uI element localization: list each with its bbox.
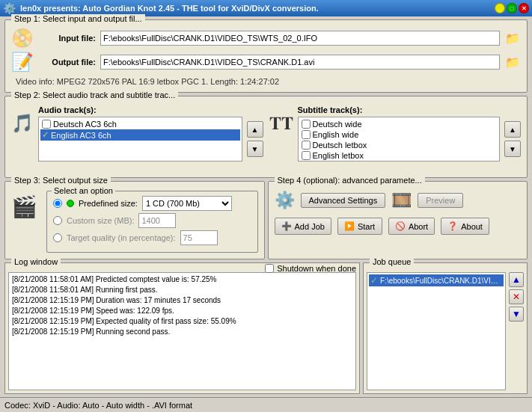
job-down-button[interactable]: ▼ xyxy=(509,307,524,322)
subtitle-label: Subtitle track(s): xyxy=(298,105,501,114)
subtitle-checkbox-2[interactable] xyxy=(302,130,311,139)
abort-label: Abort xyxy=(409,222,428,231)
audio-track-name-2: English AC3 6ch xyxy=(51,131,111,140)
minimize-button[interactable]: _ xyxy=(495,3,505,13)
log-window: Log window Shutdown when done [8/21/2008… xyxy=(4,262,360,394)
step4-title: Step 4 (optional): advanced paramete... xyxy=(275,176,425,185)
job-list[interactable]: ✓F:\ebooks\FullDisc\CRANK.D1\VIDEO_TS\CR… xyxy=(367,272,506,390)
list-item[interactable]: Deutsch wide xyxy=(300,119,498,129)
action-buttons: ➕ Add Job ▶️ Start 🚫 Abort ❓ About xyxy=(275,218,522,235)
about-label: About xyxy=(461,222,483,231)
start-button[interactable]: ▶️ Start xyxy=(337,218,382,235)
audio-up-button[interactable]: ▲ xyxy=(247,121,263,138)
folder-icon-2: 📁 xyxy=(505,55,520,70)
target-radio[interactable] xyxy=(53,233,62,242)
step2-group: Step 2: Select audio track and subtitle … xyxy=(4,96,528,178)
input-file-field[interactable] xyxy=(100,31,500,46)
custom-label: Custom size (MB): xyxy=(67,216,134,225)
audio-track-list[interactable]: Deutsch AC3 6ch ✓ English AC3 6ch xyxy=(38,117,242,162)
custom-size-input[interactable] xyxy=(138,213,176,228)
window-controls: _ □ ✕ xyxy=(495,3,529,13)
job-up-button[interactable]: ▲ xyxy=(509,272,524,287)
audio-down-button[interactable]: ▼ xyxy=(247,141,263,157)
subtitle-section: 𝐓𝐓 Subtitle track(s): Deutsch wide Engli… xyxy=(269,105,522,173)
window-title: len0x presents: Auto Gordian Knot 2.45 -… xyxy=(20,4,319,13)
option-group: Select an option Predefined size: 1 CD (… xyxy=(46,191,258,253)
subtitle-checkbox-1[interactable] xyxy=(302,120,311,129)
audio-icon: 🎵 xyxy=(11,113,34,173)
subtitle-checkbox-4[interactable] xyxy=(302,151,311,160)
subtitle-name-3: Deutsch letbox xyxy=(313,141,367,150)
subtitle-content: Subtitle track(s): Deutsch wide English … xyxy=(298,105,501,173)
step3-group: Step 3: Select output size 🎬 Select an o… xyxy=(4,181,265,259)
audio-arrows: ▲ ▼ xyxy=(247,105,263,173)
list-item[interactable]: Deutsch AC3 6ch xyxy=(40,119,240,129)
about-button[interactable]: ❓ About xyxy=(441,218,489,235)
status-bar: Codec: XviD - Audio: Auto - Auto width -… xyxy=(0,397,532,412)
output-file-browse-button[interactable]: 📁 xyxy=(504,54,521,70)
option-group-label: Select an option xyxy=(52,186,115,195)
log-header: Log window xyxy=(11,257,61,266)
list-item[interactable]: ✓ English AC3 6ch xyxy=(40,129,240,141)
maximize-button[interactable]: □ xyxy=(507,3,517,13)
audio-track-name-1: Deutsch AC3 6ch xyxy=(53,120,117,129)
log-entry: [8/21/2008 12:15:19 PM] Running second p… xyxy=(12,327,352,337)
target-quality-input[interactable] xyxy=(180,230,218,245)
list-item[interactable]: English wide xyxy=(300,129,498,140)
add-job-label: Add Job xyxy=(295,222,325,231)
abort-button[interactable]: 🚫 Abort xyxy=(388,218,435,235)
audio-label: Audio track(s): xyxy=(38,105,242,114)
audio-track-checkbox-1[interactable] xyxy=(42,120,51,129)
input-file-row: 📀 Input file: 📁 xyxy=(11,28,521,49)
predefined-radio[interactable] xyxy=(53,199,62,208)
video-info: Video info: MPEG2 720x576 PAL 16:9 letbo… xyxy=(11,76,521,87)
step3-title: Step 3: Select output size xyxy=(11,176,111,185)
step2-title: Step 2: Select audio track and subtitle … xyxy=(11,90,178,99)
status-text: Codec: XviD - Audio: Auto - Auto width -… xyxy=(4,401,192,410)
subtitle-arrows: ▲ ▼ xyxy=(504,105,521,173)
job-delete-button[interactable]: ✕ xyxy=(509,289,524,304)
abort-icon: 🚫 xyxy=(395,221,406,231)
target-row: Target quality (in percentage): xyxy=(53,230,251,245)
target-label: Target quality (in percentage): xyxy=(67,233,176,242)
subtitle-name-1: Deutsch wide xyxy=(313,120,362,129)
custom-row: Custom size (MB): xyxy=(53,213,251,228)
bottom-section: Log window Shutdown when done [8/21/2008… xyxy=(4,262,528,394)
step1-group: Step 1: Select input and output fil... 📀… xyxy=(4,19,528,93)
settings-icon: ⚙️ xyxy=(275,191,295,210)
preview-button[interactable]: Preview xyxy=(418,193,463,208)
add-job-icon: ➕ xyxy=(281,221,292,231)
shutdown-label: Shutdown when done xyxy=(277,264,356,273)
start-label: Start xyxy=(358,222,375,231)
log-entry: [8/21/2008 12:15:19 PM] Speed was: 122.0… xyxy=(12,306,352,316)
job-controls: ▲ ✕ ▼ xyxy=(509,272,524,390)
job-queue-header: Job queue xyxy=(370,257,414,266)
subtitle-track-list[interactable]: Deutsch wide English wide Deutsch letbox… xyxy=(298,117,501,162)
log-entry: [8/21/2008 11:58:01 AM] Predicted compte… xyxy=(12,274,352,285)
adv-settings-row: ⚙️ Advanced Settings 🎞️ Preview xyxy=(275,191,522,210)
custom-radio[interactable] xyxy=(53,216,62,225)
step3-4-row: Step 3: Select output size 🎬 Select an o… xyxy=(4,181,528,259)
predefined-select[interactable]: 1 CD (700 Mb) 2 CD (1400 Mb) xyxy=(142,196,232,211)
add-job-button[interactable]: ➕ Add Job xyxy=(275,218,331,235)
step4-group: Step 4 (optional): advanced paramete... … xyxy=(268,181,528,259)
list-item[interactable]: Deutsch letbox xyxy=(300,140,498,150)
close-button[interactable]: ✕ xyxy=(519,3,529,13)
check-icon: ✓ xyxy=(370,275,378,286)
subtitle-name-2: English wide xyxy=(313,130,359,139)
subtitle-up-button[interactable]: ▲ xyxy=(504,121,521,138)
subtitle-down-button[interactable]: ▼ xyxy=(504,141,521,157)
advanced-settings-button[interactable]: Advanced Settings xyxy=(301,193,386,208)
job-queue: Job queue ✓F:\ebooks\FullDisc\CRANK.D1\V… xyxy=(363,262,528,394)
log-entry: [8/21/2008 12:15:19 PM] Duration was: 17… xyxy=(12,295,352,306)
shutdown-checkbox[interactable] xyxy=(265,264,274,273)
step3-icon: 🎬 xyxy=(11,194,37,254)
input-file-browse-button[interactable]: 📁 xyxy=(504,30,521,46)
log-content[interactable]: [8/21/2008 11:58:01 AM] Predicted compte… xyxy=(8,272,356,390)
predefined-label: Predefined size: xyxy=(79,199,138,208)
subtitle-checkbox-3[interactable] xyxy=(302,141,311,150)
step3-content: Select an option Predefined size: 1 CD (… xyxy=(46,191,258,254)
list-item[interactable]: English letbox xyxy=(300,150,498,161)
list-item[interactable]: ✓F:\ebooks\FullDisc\CRANK.D1\VIDEO_TS\CR… xyxy=(369,274,504,286)
output-file-field[interactable] xyxy=(100,55,500,70)
